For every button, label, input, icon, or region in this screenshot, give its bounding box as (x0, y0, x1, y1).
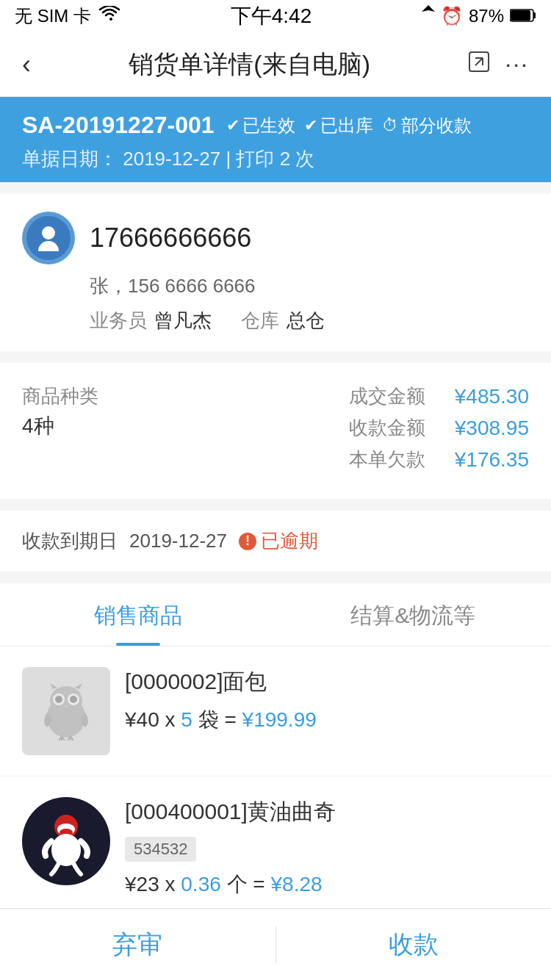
customer-meta: 业务员 曾凡杰 仓库 总仓 (22, 308, 529, 334)
order-id: SA-20191227-001 (22, 112, 215, 139)
product-info-1: [0000002]面包 ¥40 x 5 袋 = ¥199.99 (125, 667, 529, 734)
status-bar: 无 SIM 卡 下午4:42 ⏰ 87% (0, 0, 551, 32)
check-icon-2: ✔ (304, 116, 317, 135)
status-bar-time: 下午4:42 (231, 2, 312, 30)
svg-rect-1 (533, 12, 536, 18)
product-list: 品+ [0000002]面包 ¥40 x 5 袋 = ¥199.99 (0, 646, 551, 920)
product-total-2: ¥8.28 (270, 873, 322, 896)
sales-label: 业务员 (90, 308, 147, 334)
category-label: 商品种类 (22, 383, 98, 409)
status-effective: ✔ 已生效 (226, 114, 295, 137)
received-label: 收款金额 (349, 415, 425, 441)
tab-products[interactable]: 销售商品 (0, 583, 276, 646)
customer-top: 17666666666 (22, 212, 529, 264)
bottom-bar: 弃审 收款 (0, 908, 551, 980)
owed-label: 本单欠款 (349, 447, 425, 472)
payment-due-label: 收款到期日 (22, 528, 118, 554)
tabs: 销售商品 结算&物流等 (0, 583, 551, 646)
received-value: ¥308.95 (455, 417, 529, 440)
header-banner: SA-20191227-001 ✔ 已生效 ✔ 已出库 ⏱ 部分收款 单据日期：… (0, 97, 551, 182)
customer-account-id: 17666666666 (90, 223, 251, 253)
warehouse-meta: 仓库 总仓 (241, 308, 325, 334)
amount-label: 成交金额 (349, 383, 425, 409)
sales-meta: 业务员 曾凡杰 (90, 308, 212, 334)
battery-text: 87% (469, 6, 504, 26)
product-thumb-1: 品+ (22, 667, 110, 755)
svg-rect-2 (511, 10, 530, 21)
status-tags: ✔ 已生效 ✔ 已出库 ⏱ 部分收款 (226, 114, 472, 137)
product-badge-2: 534532 (125, 837, 196, 862)
battery-icon (510, 6, 536, 26)
customer-section: 17666666666 张，156 6666 6666 业务员 曾凡杰 仓库 总… (0, 194, 551, 351)
stats-section: 商品种类 4种 成交金额 ¥485.30 收款金额 ¥308.95 本单欠款 ¥… (0, 363, 551, 499)
status-partial-payment: ⏱ 部分收款 (382, 114, 472, 137)
collect-payment-button[interactable]: 收款 (276, 909, 552, 980)
payment-due-date: 2019-12-27 (129, 530, 227, 552)
customer-contact: 张，156 6666 6666 (22, 273, 529, 299)
amount-row: 成交金额 ¥485.30 (349, 383, 529, 409)
product-item-1: 品+ [0000002]面包 ¥40 x 5 袋 = ¥199.99 (0, 646, 551, 777)
abandon-review-button[interactable]: 弃审 (0, 909, 276, 980)
avatar (22, 212, 75, 264)
product-name-2: [000400001]黄油曲奇 (125, 797, 529, 827)
warehouse-label: 仓库 (241, 308, 279, 334)
tab-settlement[interactable]: 结算&物流等 (276, 583, 551, 646)
owed-value: ¥176.35 (455, 448, 529, 472)
category-count: 4种 (22, 412, 98, 440)
product-info-2: [000400001]黄油曲奇 534532 ¥23 x 0.36 个 = ¥8… (125, 797, 529, 898)
product-price-row-2: ¥23 x 0.36 个 = ¥8.28 (125, 871, 529, 898)
share-button[interactable] (468, 51, 490, 78)
product-name-1: [0000002]面包 (125, 667, 529, 697)
location-icon (422, 5, 435, 27)
overdue-icon: ! (239, 533, 256, 550)
stats-left: 商品种类 4种 (22, 383, 98, 440)
svg-point-20 (51, 834, 81, 866)
product-thumb-2 (22, 797, 110, 885)
product-qty-2: 0.36 (181, 873, 221, 896)
nav-actions: ··· (468, 51, 529, 78)
payment-due-section: 收款到期日 2019-12-27 ! 已逾期 (0, 511, 551, 572)
wifi-icon (98, 6, 120, 26)
stats-right: 成交金额 ¥485.30 收款金额 ¥308.95 本单欠款 ¥176.35 (349, 383, 529, 478)
received-row: 收款金额 ¥308.95 (349, 415, 529, 441)
nav-bar: ‹ 销货单详情(来自电脑) ··· (0, 32, 551, 97)
header-date: 单据日期： 2019-12-27 | 打印 2 次 (22, 146, 529, 172)
svg-point-9 (70, 696, 77, 703)
clock-icon: ⏱ (382, 116, 398, 135)
product-item-2: [000400001]黄油曲奇 534532 ¥23 x 0.36 个 = ¥8… (0, 777, 551, 920)
product-qty-1: 5 (181, 708, 192, 731)
carrier-text: 无 SIM 卡 (15, 4, 91, 28)
status-bar-left: 无 SIM 卡 (15, 4, 120, 28)
product-price-row-1: ¥40 x 5 袋 = ¥199.99 (125, 706, 529, 734)
sales-name: 曾凡杰 (154, 308, 212, 334)
back-button[interactable]: ‹ (22, 49, 31, 80)
overdue-text: 已逾期 (261, 528, 318, 554)
owed-row: 本单欠款 ¥176.35 (349, 447, 529, 472)
nav-title: 销货单详情(来自电脑) (129, 48, 370, 82)
check-icon-1: ✔ (226, 116, 240, 135)
status-outbound: ✔ 已出库 (304, 114, 373, 137)
product-total-1: ¥199.99 (242, 708, 317, 731)
status-bar-right: ⏰ 87% (422, 5, 536, 27)
overdue-badge: ! 已逾期 (239, 528, 318, 554)
svg-point-8 (55, 696, 62, 703)
alarm-icon: ⏰ (441, 6, 463, 26)
amount-value: ¥485.30 (455, 385, 529, 408)
warehouse-name: 总仓 (287, 308, 325, 334)
more-button[interactable]: ··· (505, 51, 529, 78)
